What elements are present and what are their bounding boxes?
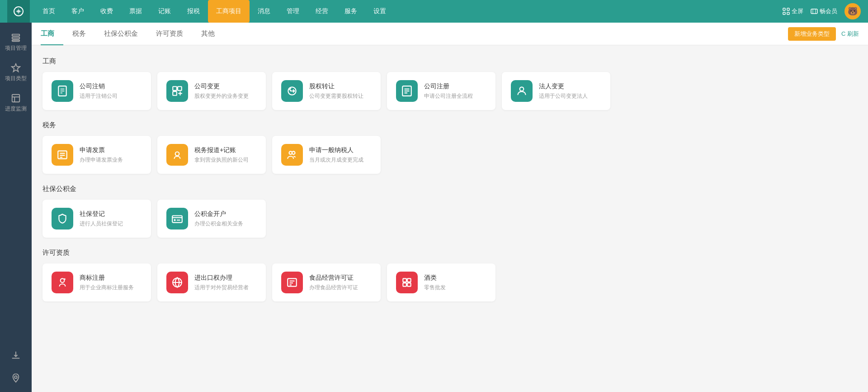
sidebar-label-project-mgmt: 项目管理	[5, 44, 27, 52]
card-tax-report[interactable]: 税务报道+记账 拿到营业执照的新公司	[157, 136, 266, 174]
card-provident-fund[interactable]: 公积金开户 办理公积金相关业务	[157, 200, 266, 238]
card-title-company-cancel: 公司注销	[80, 82, 118, 91]
card-alcohol[interactable]: 酒类 零售批发	[387, 263, 495, 301]
svg-point-38	[61, 278, 65, 282]
app-logo	[7, 0, 30, 23]
card-text-company-change: 公司变更 股权变更外的业务变更	[194, 82, 249, 100]
svg-rect-35	[172, 216, 182, 223]
card-title-trademark: 商标注册	[80, 274, 134, 282]
nav-item-5[interactable]: 报税	[179, 0, 208, 23]
refresh-button[interactable]: C 刷新	[841, 30, 859, 38]
svg-point-32	[175, 152, 179, 156]
card-title-provident-fund: 公积金开户	[194, 210, 243, 218]
card-title-invoice: 申请发票	[80, 146, 123, 154]
card-legal-change[interactable]: 法人变更 适用于公司变更法人	[502, 72, 610, 110]
nav-item-1[interactable]: 客户	[63, 0, 92, 23]
card-icon-invoice	[52, 144, 73, 166]
card-company-register[interactable]: 公司注册 申请公司注册全流程	[387, 72, 495, 110]
nav-right: 全屏 畅会员 🐻	[783, 3, 861, 19]
card-text-invoice: 申请发票 办理申请发票业务	[80, 146, 123, 164]
card-text-import-export: 进出口权办理 适用于对外贸易经营者	[194, 274, 249, 292]
nav-item-10[interactable]: 服务	[336, 0, 365, 23]
section-gongshang: 工商 公司注销 适用于注销公	[42, 57, 857, 110]
user-avatar[interactable]: 🐻	[844, 3, 861, 19]
card-social-security[interactable]: 社保登记 进行人员社保登记	[42, 200, 151, 238]
card-equity-transfer[interactable]: 股权转让 公司变更需要股权转让	[272, 72, 381, 110]
card-icon-company-register	[396, 80, 418, 102]
sidebar-item-project-mgmt[interactable]: 项目管理	[0, 27, 32, 57]
tab-gongshang-label: 工商	[41, 29, 54, 38]
card-text-company-cancel: 公司注销 适用于注销公司	[80, 82, 118, 100]
card-text-general-taxpayer: 申请一般纳税人 当月或次月成变更完成	[309, 146, 363, 164]
svg-rect-19	[173, 86, 177, 91]
card-text-equity-transfer: 股权转让 公司变更需要股权转让	[309, 82, 363, 100]
card-desc-import-export: 适用于对外贸易经营者	[194, 284, 249, 292]
sidebar: 项目管理 项目类型 进度监测	[0, 23, 32, 392]
card-title-import-export: 进出口权办理	[194, 274, 249, 282]
tab-qita[interactable]: 其他	[192, 23, 224, 45]
tab-qita-label: 其他	[201, 29, 215, 38]
card-title-general-taxpayer: 申请一般纳税人	[309, 146, 363, 154]
tab-xuke[interactable]: 许可资质	[147, 23, 192, 45]
card-desc-equity-transfer: 公司变更需要股权转让	[309, 92, 363, 100]
section-xuke: 许可资质 商标注册 用于企业商标注册服务	[42, 249, 857, 301]
svg-rect-46	[403, 283, 406, 287]
nav-item-9[interactable]: 经营	[307, 0, 336, 23]
nav-item-7[interactable]: 消息	[250, 0, 278, 23]
xuke-cards: 商标注册 用于企业商标注册服务 进出口权办理	[42, 263, 857, 301]
card-desc-food-license: 办理食品经营许可证	[309, 284, 358, 292]
tab-shuiwu[interactable]: 税务	[63, 23, 95, 45]
nav-item-4[interactable]: 记账	[150, 0, 179, 23]
nav-item-0[interactable]: 首页	[34, 0, 63, 23]
svg-point-14	[14, 376, 17, 378]
card-desc-invoice: 办理申请发票业务	[80, 156, 123, 164]
card-invoice[interactable]: 申请发票 办理申请发票业务	[42, 136, 151, 174]
card-icon-equity-transfer	[281, 80, 303, 102]
card-icon-trademark	[52, 272, 73, 293]
card-company-cancel[interactable]: 公司注销 适用于注销公司	[42, 72, 151, 110]
svg-point-27	[520, 87, 524, 91]
tab-gongshang[interactable]: 工商	[41, 23, 63, 45]
card-company-change[interactable]: 公司变更 股权变更外的业务变更	[157, 72, 266, 110]
vip-btn[interactable]: 畅会员	[811, 7, 837, 15]
sidebar-item-project-type[interactable]: 项目类型	[0, 57, 32, 88]
card-icon-import-export	[166, 272, 188, 293]
section-shuiwu: 税务 申请发票 办理申请发票	[42, 121, 857, 174]
card-icon-provident-fund	[166, 208, 188, 229]
nav-item-11[interactable]: 设置	[365, 0, 394, 23]
sidebar-location-icon[interactable]	[11, 368, 21, 387]
nav-item-2[interactable]: 收费	[92, 0, 121, 23]
svg-rect-20	[178, 86, 182, 91]
gongshang-cards: 公司注销 适用于注销公司	[42, 72, 857, 110]
card-text-trademark: 商标注册 用于企业商标注册服务	[80, 274, 134, 292]
nav-item-6[interactable]: 工商项目	[208, 0, 250, 23]
card-icon-food-license	[281, 272, 303, 293]
card-food-license[interactable]: 食品经营许可证 办理食品经营许可证	[272, 263, 381, 301]
card-general-taxpayer[interactable]: 申请一般纳税人 当月或次月成变更完成	[272, 136, 381, 174]
section-xuke-title: 许可资质	[42, 249, 857, 257]
nav-item-3[interactable]: 票据	[121, 0, 150, 23]
vip-label: 畅会员	[820, 7, 837, 15]
svg-rect-7	[12, 34, 20, 36]
nav-item-8[interactable]: 管理	[278, 0, 307, 23]
sidebar-item-progress[interactable]: 进度监测	[0, 88, 32, 118]
card-desc-tax-report: 拿到营业执照的新公司	[194, 156, 249, 164]
fullscreen-label: 全屏	[792, 7, 803, 15]
card-import-export[interactable]: 进出口权办理 适用于对外贸易经营者	[157, 263, 266, 301]
add-type-button[interactable]: 新增业务类型	[788, 27, 836, 41]
tabs-bar: 工商 税务 社保公积金 许可资质 其他 新增业务类型 C 刷新	[32, 23, 868, 45]
card-desc-provident-fund: 办理公积金相关业务	[194, 220, 243, 228]
sidebar-download-icon[interactable]	[11, 346, 21, 365]
svg-rect-0	[783, 8, 785, 10]
fullscreen-btn[interactable]: 全屏	[783, 7, 803, 15]
card-trademark[interactable]: 商标注册 用于企业商标注册服务	[42, 263, 151, 301]
card-desc-company-cancel: 适用于注销公司	[80, 92, 118, 100]
card-text-social-security: 社保登记 进行人员社保登记	[80, 210, 123, 228]
card-desc-legal-change: 适用于公司变更法人	[539, 92, 588, 100]
tab-shebao[interactable]: 社保公积金	[95, 23, 147, 45]
svg-rect-2	[783, 12, 785, 14]
card-desc-general-taxpayer: 当月或次月成变更完成	[309, 156, 363, 164]
shebao-cards: 社保登记 进行人员社保登记	[42, 200, 857, 238]
card-text-alcohol: 酒类 零售批发	[424, 274, 446, 292]
tab-xuke-label: 许可资质	[156, 29, 183, 38]
